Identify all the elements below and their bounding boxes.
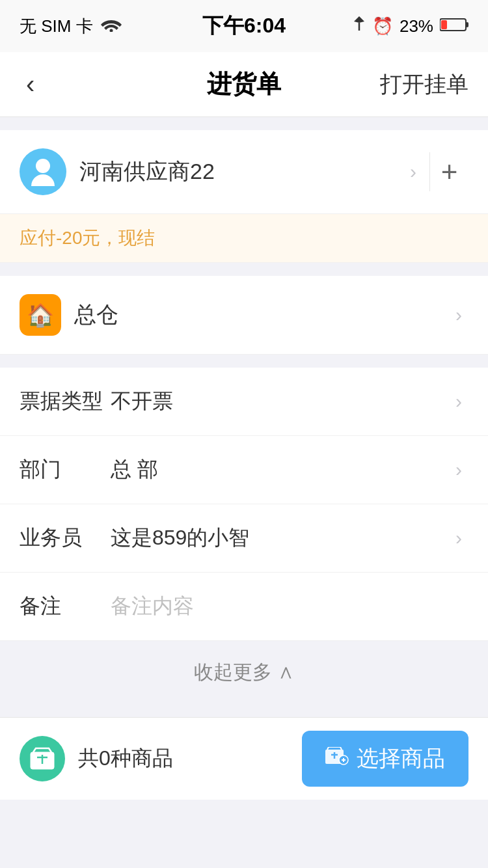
remarks-label: 备注 bbox=[20, 592, 111, 621]
product-count: 共0种商品 bbox=[78, 744, 302, 773]
svg-point-0 bbox=[109, 29, 113, 32]
avatar-person-icon bbox=[30, 159, 56, 185]
department-row[interactable]: 部门 总 部 › bbox=[0, 436, 488, 504]
divider-2 bbox=[0, 263, 488, 276]
warehouse-icon: 🏠 bbox=[20, 294, 61, 336]
department-value: 总 部 bbox=[111, 455, 455, 484]
status-right: ⏰ 23% bbox=[353, 16, 468, 36]
salesman-label: 业务员 bbox=[20, 524, 111, 552]
page-title: 进货单 bbox=[207, 68, 281, 101]
status-left: 无 SIM 卡 bbox=[20, 15, 122, 38]
select-product-button[interactable]: 选择商品 bbox=[302, 731, 468, 787]
alarm-icon: ⏰ bbox=[372, 16, 393, 36]
supplier-row[interactable]: 河南供应商22 › + bbox=[0, 130, 488, 214]
chevron-right-icon: › bbox=[410, 161, 416, 183]
svg-rect-2 bbox=[466, 22, 468, 27]
add-button[interactable]: + bbox=[429, 152, 468, 191]
nav-bar: ‹ 进货单 打开挂单 bbox=[0, 52, 488, 117]
status-bar: 无 SIM 卡 下午6:04 ⏰ 23% bbox=[0, 0, 488, 52]
remarks-row[interactable]: 备注 备注内容 bbox=[0, 573, 488, 641]
status-time: 下午6:04 bbox=[202, 12, 286, 40]
collapse-label: 收起更多 ∧ bbox=[194, 659, 293, 686]
chevron-right-icon-warehouse: › bbox=[455, 304, 462, 326]
select-product-icon bbox=[325, 746, 349, 772]
collapse-button[interactable]: 收起更多 ∧ bbox=[0, 641, 488, 704]
divider-3 bbox=[0, 355, 488, 368]
bottom-area bbox=[0, 800, 488, 868]
battery-icon bbox=[440, 16, 468, 36]
location-icon bbox=[353, 16, 366, 36]
divider-1 bbox=[0, 117, 488, 130]
invoice-type-label: 票据类型 bbox=[20, 387, 111, 416]
divider-4 bbox=[0, 704, 488, 717]
footer-bar: 共0种商品 选择商品 bbox=[0, 717, 488, 800]
carrier-text: 无 SIM 卡 bbox=[20, 15, 93, 38]
supplier-name: 河南供应商22 bbox=[79, 157, 410, 187]
battery-text: 23% bbox=[400, 16, 433, 36]
invoice-type-row[interactable]: 票据类型 不开票 › bbox=[0, 368, 488, 436]
select-product-label: 选择商品 bbox=[357, 744, 445, 774]
salesman-row[interactable]: 业务员 这是859的小智 › bbox=[0, 504, 488, 573]
warehouse-name: 总仓 bbox=[74, 300, 455, 330]
chevron-right-icon-invoice: › bbox=[455, 390, 462, 413]
supplier-section: 河南供应商22 › + 应付-20元，现结 bbox=[0, 130, 488, 263]
wifi-icon bbox=[101, 16, 122, 36]
department-label: 部门 bbox=[20, 455, 111, 484]
back-button[interactable]: ‹ bbox=[20, 63, 41, 105]
open-pending-button[interactable]: 打开挂单 bbox=[380, 70, 468, 100]
salesman-value: 这是859的小智 bbox=[111, 524, 455, 552]
supplier-avatar bbox=[20, 148, 66, 195]
invoice-type-value: 不开票 bbox=[111, 387, 455, 416]
warehouse-row[interactable]: 🏠 总仓 › bbox=[0, 276, 488, 355]
svg-rect-3 bbox=[441, 20, 447, 29]
notice-bar: 应付-20元，现结 bbox=[0, 214, 488, 263]
chevron-right-icon-dept: › bbox=[455, 459, 462, 481]
product-icon bbox=[20, 736, 65, 781]
remarks-input[interactable]: 备注内容 bbox=[111, 592, 468, 621]
chevron-right-icon-salesman: › bbox=[455, 527, 462, 549]
